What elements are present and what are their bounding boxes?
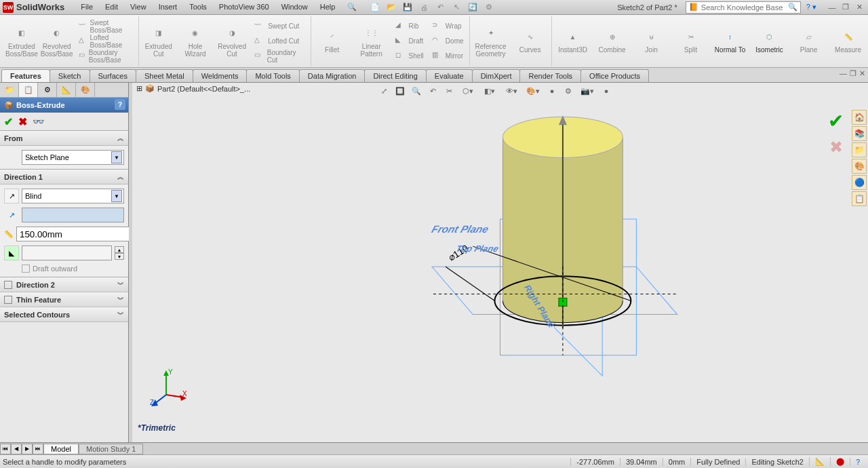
curves-button[interactable]: ∿Curves — [511, 24, 550, 59]
dropdown-icon[interactable]: ▼ — [111, 190, 122, 202]
tab-datamigration[interactable]: Data Migration — [299, 69, 366, 82]
swept-boss-button[interactable]: 〰Swept Boss/Base — [75, 19, 137, 34]
revolved-cut-button[interactable]: ◑Revolved Cut — [214, 19, 250, 64]
print-icon[interactable]: 🖨 — [416, 1, 431, 14]
direction-input[interactable] — [22, 208, 124, 222]
mirror-button[interactable]: ▥Mirror — [428, 49, 468, 64]
status-rebuild-icon[interactable]: ⬤ — [830, 457, 850, 466]
normal-to-button[interactable]: ↕Normal To — [711, 27, 750, 55]
hole-wizard-button[interactable]: ◉Hole Wizard — [177, 19, 214, 64]
tab-evaluate[interactable]: Evaluate — [426, 69, 473, 82]
undo-icon[interactable]: ↶ — [433, 1, 448, 14]
new-icon[interactable]: 📄 — [368, 1, 382, 14]
pm-direction2-header[interactable]: Direction 2︾ — [0, 277, 128, 292]
measure-button[interactable]: 📏Measure — [829, 27, 868, 55]
ref-geometry-button[interactable]: ✦Reference Geometry — [471, 24, 511, 59]
tab-first-button[interactable]: ⏮ — [0, 444, 11, 454]
help-dropdown[interactable]: ? ▾ — [804, 3, 819, 12]
instant3d-button[interactable]: ▲Instant3D — [553, 27, 593, 55]
depth-input[interactable] — [16, 227, 138, 241]
lofted-cut-button[interactable]: △Lofted Cut — [250, 34, 309, 49]
graphics-viewport[interactable]: ⊞ 📦 Part2 (Default<<Default>_... ⤢ 🔲 🔍 ↶… — [132, 83, 868, 442]
isometric-button[interactable]: ⬡Isometric — [750, 27, 789, 55]
end-condition-select[interactable]: Blind ▼ — [22, 189, 124, 203]
tab-next-button[interactable]: ▶ — [22, 444, 33, 454]
pm-cancel-button[interactable]: ✖ — [18, 115, 27, 128]
tab-directediting[interactable]: Direct Editing — [364, 69, 426, 82]
revolved-boss-button[interactable]: ◐Revolved Boss/Base — [39, 19, 75, 64]
status-help-icon[interactable]: ? — [850, 458, 865, 466]
restore-button[interactable]: ❐ — [840, 3, 852, 12]
menu-help[interactable]: Help — [315, 1, 341, 13]
options-icon[interactable]: ⚙ — [481, 1, 496, 14]
model-preview[interactable]: ⌀110 Front Plane Top Plane Right Plane — [132, 83, 868, 442]
checkbox-icon[interactable] — [4, 296, 12, 304]
wrap-button[interactable]: ⊃Wrap — [428, 19, 468, 34]
dome-button[interactable]: ◠Dome — [428, 34, 468, 49]
tab-surfaces[interactable]: Surfaces — [90, 69, 136, 82]
save-icon[interactable]: 💾 — [400, 1, 415, 14]
shell-button[interactable]: ◻Shell — [391, 49, 428, 64]
tab-sketch[interactable]: Sketch — [50, 69, 90, 82]
doc-minimize-button[interactable]: — — [840, 69, 847, 78]
join-button[interactable]: ⊎Join — [632, 27, 671, 55]
lofted-boss-button[interactable]: △Lofted Boss/Base — [75, 34, 137, 49]
tab-prev-button[interactable]: ◀ — [11, 444, 22, 454]
rib-button[interactable]: ◢Rib — [391, 19, 428, 34]
menu-search-icon[interactable]: 🔍 — [342, 1, 362, 13]
extruded-cut-button[interactable]: ◨Extruded Cut — [140, 19, 177, 64]
tab-features[interactable]: Features — [1, 69, 50, 82]
direction-vector-icon[interactable]: ↗ — [4, 208, 19, 222]
minimize-button[interactable]: — — [826, 3, 838, 12]
draft-outward-check[interactable]: Draft outward — [4, 265, 124, 273]
pm-from-header[interactable]: From︽ — [0, 131, 128, 146]
doc-close-button[interactable]: ✕ — [859, 69, 865, 78]
feature-tree-tab[interactable]: 📁 — [0, 83, 19, 97]
menu-view[interactable]: View — [125, 1, 152, 13]
property-tab[interactable]: 📋 — [19, 83, 38, 97]
pm-detail-button[interactable]: 👓 — [33, 116, 44, 127]
tab-weldments[interactable]: Weldments — [193, 69, 248, 82]
reverse-direction-button[interactable]: ↗ — [4, 189, 19, 203]
tab-last-button[interactable]: ⏭ — [33, 444, 43, 454]
search-input[interactable] — [701, 3, 788, 12]
pm-help-button[interactable]: ? — [115, 99, 125, 110]
draft-button[interactable]: ◣Draft — [391, 34, 428, 49]
plane-button[interactable]: ▱Plane — [789, 27, 829, 55]
draft-spinner[interactable]: ▲▼ — [115, 246, 124, 260]
pm-selectedcontours-header[interactable]: Selected Contours︾ — [0, 307, 128, 322]
doc-restore-button[interactable]: ❐ — [850, 69, 856, 78]
close-button[interactable]: ✕ — [853, 3, 865, 12]
pm-ok-button[interactable]: ✔ — [4, 115, 13, 128]
open-icon[interactable]: 📂 — [384, 1, 399, 14]
menu-window[interactable]: Window — [276, 1, 313, 13]
menu-file[interactable]: File — [75, 1, 98, 13]
tab-sheetmetal[interactable]: Sheet Metal — [136, 69, 193, 82]
boundary-boss-button[interactable]: ▭Boundary Boss/Base — [75, 49, 137, 64]
tab-dimxpert[interactable]: DimXpert — [472, 69, 521, 82]
rebuild-icon[interactable]: 🔄 — [465, 1, 480, 14]
swept-cut-button[interactable]: 〰Swept Cut — [250, 19, 309, 34]
dimxpert-tab[interactable]: 📐 — [57, 83, 76, 97]
search-magnify-icon[interactable]: 🔍 — [788, 3, 797, 12]
pm-direction1-header[interactable]: Direction 1︽ — [0, 170, 128, 184]
menu-insert[interactable]: Insert — [153, 1, 183, 13]
tab-officeproducts[interactable]: Office Products — [580, 69, 649, 82]
menu-tools[interactable]: Tools — [184, 1, 212, 13]
checkbox-icon[interactable] — [4, 281, 12, 289]
dropdown-icon[interactable]: ▼ — [111, 151, 122, 163]
select-icon[interactable]: ↖ — [449, 1, 464, 14]
menu-photoview[interactable]: PhotoView 360 — [214, 1, 275, 13]
tab-moldtools[interactable]: Mold Tools — [246, 69, 299, 82]
linear-pattern-button[interactable]: ⋮⋮Linear Pattern — [352, 19, 391, 64]
draft-icon[interactable]: ◣ — [4, 246, 19, 260]
pm-thinfeature-header[interactable]: Thin Feature︾ — [0, 292, 128, 307]
draft-input[interactable] — [22, 246, 112, 260]
extruded-boss-button[interactable]: ◧Extruded Boss/Base — [4, 19, 39, 64]
boundary-cut-button[interactable]: ▭Boundary Cut — [250, 49, 309, 64]
tab-rendertools[interactable]: Render Tools — [519, 69, 581, 82]
display-tab[interactable]: 🎨 — [76, 83, 95, 97]
orientation-triad[interactable]: Y X Z — [146, 368, 186, 408]
model-tab[interactable]: Model — [43, 444, 79, 454]
search-box[interactable]: 📙 🔍 — [686, 1, 801, 14]
